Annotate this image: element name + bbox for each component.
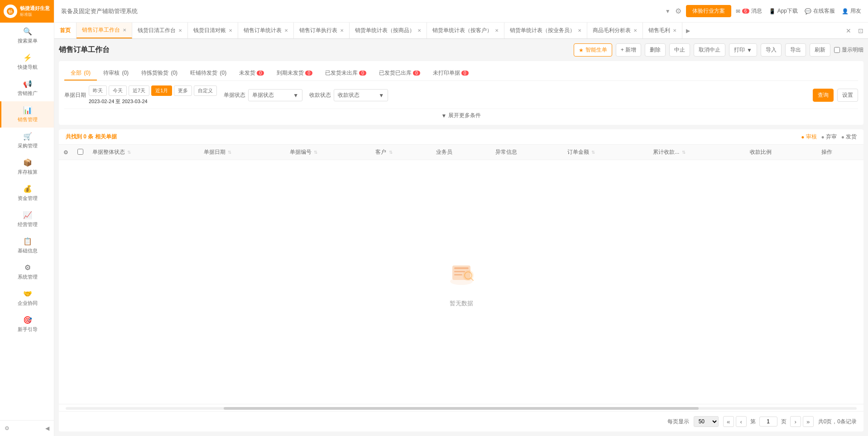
prev-page-button[interactable]: ‹ <box>736 416 747 427</box>
search-button[interactable]: 查询 <box>813 89 834 102</box>
tab-home[interactable]: 首页 <box>54 23 77 38</box>
sidebar-item-search[interactable]: 🔍 搜索菜单 <box>0 23 54 49</box>
sort-number-icon[interactable]: ⇅ <box>314 150 317 155</box>
tab-cargo-staff[interactable]: 销货单统计表（按业务员） ✕ <box>504 23 587 38</box>
sort-collected-icon[interactable]: ⇅ <box>682 150 686 155</box>
sidebar-item-basic-info[interactable]: 📋 基础信息 <box>0 232 54 259</box>
guide-icon: 🎯 <box>23 316 32 324</box>
print-button[interactable]: 打印 ▼ <box>729 43 757 57</box>
refresh-button[interactable]: 刷新 <box>810 43 830 57</box>
date-btn-yesterday[interactable]: 昨天 <box>89 85 107 96</box>
tab-sales-stats-close[interactable]: ✕ <box>284 28 288 33</box>
message-button[interactable]: ✉ 6 消息 <box>736 7 762 15</box>
import-button[interactable]: 导入 <box>761 43 782 57</box>
industry-solution-button[interactable]: 体验行业方案 <box>686 5 731 17</box>
filter-tab-not-shipped[interactable]: 未发货 0 <box>233 66 270 81</box>
filter-tab-wangpu[interactable]: 旺铺待发货 (0) <box>184 66 233 81</box>
tab-margin-close[interactable]: ✕ <box>633 28 637 33</box>
show-detail-checkbox[interactable] <box>834 47 840 53</box>
sort-customer-icon[interactable]: ⇅ <box>389 150 393 155</box>
expand-conditions-button[interactable]: ▼ 展开更多条件 <box>441 112 481 119</box>
tab-cargo-customer[interactable]: 销货单统计表（按客户） ✕ <box>427 23 504 38</box>
user-menu-button[interactable]: 👤 用友 <box>842 7 861 15</box>
add-button[interactable]: + 新增 <box>616 43 641 57</box>
sidebar-item-system[interactable]: ⚙ 系统管理 <box>0 259 54 285</box>
sidebar-item-purchase[interactable]: 🛒 采购管理 <box>0 128 54 154</box>
tab-sales-stats[interactable]: 销售订单统计表 ✕ <box>238 23 294 38</box>
tab-sales-exec-close[interactable]: ✕ <box>340 28 344 33</box>
sidebar-collapse-btn[interactable]: ◀ <box>45 425 49 431</box>
tab-cash-reconcile[interactable]: 钱货日清对账 ✕ <box>188 23 238 38</box>
date-quick-options: 昨天 今天 近7天 近1月 更多 自定义 <box>89 85 217 96</box>
filter-tab-shipped-not-warehoused[interactable]: 已发货未出库 0 <box>319 66 373 81</box>
tab-cargo-product[interactable]: 销货单统计表（按商品） ✕ <box>350 23 427 38</box>
tab-restore-button[interactable]: ⊡ <box>856 26 866 35</box>
filter-settings-button[interactable]: 设置 <box>837 89 858 102</box>
sales-icon: 📊 <box>23 106 32 114</box>
tab-cargo-customer-close[interactable]: ✕ <box>495 28 499 33</box>
date-btn-custom[interactable]: 自定义 <box>194 85 217 96</box>
topbar-dropdown-icon[interactable]: ▼ <box>665 8 671 14</box>
scroll-thumb[interactable] <box>224 407 698 410</box>
tab-cash-reconcile-close[interactable]: ✕ <box>229 28 232 33</box>
next-page-button[interactable]: › <box>790 416 801 427</box>
sidebar-item-sales[interactable]: 📊 销售管理 <box>0 101 54 128</box>
sidebar-item-inventory[interactable]: 📦 库存核算 <box>0 154 54 180</box>
sort-date-icon[interactable]: ⇅ <box>228 150 231 155</box>
online-service-button[interactable]: 💬 在线客服 <box>805 7 835 15</box>
horizontal-scrollbar[interactable] <box>59 404 863 411</box>
sidebar-item-quick-nav[interactable]: ⚡ 快捷导航 <box>0 49 54 75</box>
delete-button[interactable]: 删除 <box>645 43 666 57</box>
sidebar-item-guide[interactable]: 🎯 新手引导 <box>0 311 54 337</box>
sidebar-item-label-basic-info: 基础信息 <box>18 247 38 254</box>
smart-create-button[interactable]: ★ 智能生单 <box>574 43 612 57</box>
tab-sales-exec[interactable]: 销售订单执行表 ✕ <box>294 23 350 38</box>
filter-tab-shipped-warehoused[interactable]: 已发货已出库 0 <box>373 66 427 81</box>
tabbar-more-button[interactable]: ▶ <box>682 23 694 38</box>
sort-status-icon[interactable]: ⇅ <box>127 150 131 155</box>
tab-cash-daily-close[interactable]: ✕ <box>178 28 182 33</box>
sidebar-settings-btn[interactable]: ⚙ <box>5 425 10 431</box>
sidebar-item-marketing[interactable]: 📢 营销推广 <box>0 75 54 101</box>
tab-cargo-staff-close[interactable]: ✕ <box>578 28 581 33</box>
tab-close-all-button[interactable]: ✕ <box>844 26 854 35</box>
show-detail-toggle[interactable]: 显示明细 <box>834 46 863 54</box>
page-number-input[interactable] <box>759 417 777 427</box>
tab-sales-workbench-close[interactable]: ✕ <box>123 28 126 33</box>
first-page-button[interactable]: « <box>723 416 734 427</box>
tab-sales-workbench[interactable]: 销售订单工作台 ✕ <box>77 23 132 38</box>
page-size-select[interactable]: 50 10 20 100 <box>694 416 719 427</box>
sidebar-item-enterprise[interactable]: 🤝 企业协同 <box>0 285 54 311</box>
stop-button[interactable]: 中止 <box>669 43 690 57</box>
filter-tab-pending-review[interactable]: 待审核 (0) <box>97 66 135 81</box>
select-all-checkbox[interactable] <box>77 149 83 155</box>
review-button[interactable]: ● 审核 <box>801 133 816 141</box>
date-btn-1month[interactable]: 近1月 <box>151 85 172 96</box>
topbar-settings-icon[interactable]: ⚙ <box>675 7 681 15</box>
sidebar-item-finance[interactable]: 💰 资金管理 <box>0 180 54 206</box>
filter-tab-pending-inspect[interactable]: 待拣货验货 (0) <box>135 66 184 81</box>
tab-margin[interactable]: 商品毛利分析表 ✕ <box>587 23 643 38</box>
tab-sales-profit-close[interactable]: ✕ <box>673 28 676 33</box>
date-btn-7days[interactable]: 近7天 <box>129 85 149 96</box>
payment-filter-select[interactable]: 收款状态 ▼ <box>334 89 388 101</box>
status-placeholder: 单据状态 <box>252 91 274 99</box>
sidebar-item-operations[interactable]: 📈 经营管理 <box>0 206 54 232</box>
tab-sales-profit[interactable]: 销售毛利 ✕ <box>643 23 682 38</box>
anti-review-button[interactable]: ● 弃审 <box>821 133 837 141</box>
tab-cargo-product-close[interactable]: ✕ <box>417 28 421 33</box>
status-filter-select[interactable]: 单据状态 ▼ <box>248 89 302 101</box>
filter-area: 全部 (0) 待审核 (0) 待拣货验货 (0) 旺铺待发货 (0) 未发货 <box>59 61 863 125</box>
filter-tab-expired[interactable]: 到期未发货 0 <box>270 66 319 81</box>
filter-tab-not-printed[interactable]: 未打印单据 0 <box>427 66 475 81</box>
ship-button[interactable]: ● 发货 <box>841 133 857 141</box>
tab-cash-daily[interactable]: 钱货日清工作台 ✕ <box>132 23 188 38</box>
export-button[interactable]: 导出 <box>785 43 806 57</box>
sort-amount-icon[interactable]: ⇅ <box>591 150 595 155</box>
last-page-button[interactable]: » <box>803 416 814 427</box>
date-btn-today[interactable]: 今天 <box>109 85 127 96</box>
app-download-button[interactable]: 📱 App下载 <box>769 7 798 15</box>
date-btn-more[interactable]: 更多 <box>174 85 192 96</box>
filter-tab-all[interactable]: 全部 (0) <box>64 66 97 81</box>
cancel-stop-button[interactable]: 取消中止 <box>694 43 725 57</box>
